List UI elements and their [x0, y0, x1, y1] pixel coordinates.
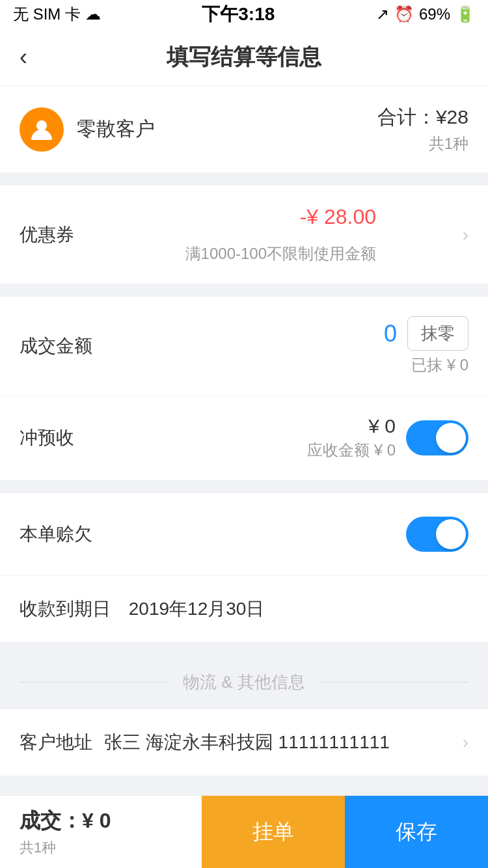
chevron-right-icon: ›	[463, 732, 468, 753]
due-date-value: 2019年12月30日	[129, 599, 265, 619]
status-bar: 无 SIM 卡 ☁ 下午3:18 ↗ ⏰ 69% 🔋	[0, 0, 488, 29]
customer-name: 零散客户	[77, 116, 155, 142]
address-section: 客户地址 张三 海淀永丰科技园 11111111111 ›	[0, 709, 488, 776]
bottom-count: 共1种	[20, 838, 182, 858]
address-label: 客户地址	[20, 730, 104, 755]
coupon-discount: -¥ 28.00	[300, 205, 376, 229]
battery-icon: 🔋	[455, 5, 475, 23]
coupon-label: 优惠券	[20, 223, 104, 247]
advance-label: 冲预收	[20, 426, 104, 450]
avatar	[20, 107, 64, 152]
debt-section: 本单赊欠 收款到期日 2019年12月30日	[0, 493, 488, 642]
hang-order-button[interactable]: 挂单	[202, 796, 345, 868]
location-icon: ↗	[376, 5, 389, 23]
customer-total: 合计：¥28	[377, 104, 468, 131]
status-left: 无 SIM 卡 ☁	[13, 4, 101, 25]
bottom-deal-label: 成交：	[20, 809, 82, 832]
nav-bar: ‹ 填写结算等信息	[0, 29, 488, 86]
customer-left: 零散客户	[20, 107, 155, 152]
due-date-row: 收款到期日 2019年12月30日	[0, 575, 488, 642]
bottom-bar: 成交：¥ 0 共1种 挂单 保存	[0, 795, 488, 868]
advance-col: ¥ 0 应收金额 ¥ 0	[307, 415, 396, 461]
debt-label: 本单赊欠	[20, 522, 92, 547]
bottom-deal-value: ¥ 0	[82, 809, 111, 832]
content-area: 零散客户 合计：¥28 共1种 优惠券 -¥ 28.00 满1000-100不限…	[0, 86, 488, 868]
bottom-info: 成交：¥ 0 共1种	[0, 796, 202, 868]
save-button[interactable]: 保存	[345, 796, 488, 868]
customer-section: 零散客户 合计：¥28 共1种	[0, 86, 488, 172]
sim-label: 无 SIM 卡 ☁	[13, 4, 101, 25]
alarm-icon: ⏰	[394, 5, 414, 23]
status-right: ↗ ⏰ 69% 🔋	[376, 5, 475, 23]
address-row[interactable]: 客户地址 张三 海淀永丰科技园 11111111111 ›	[0, 709, 488, 776]
transaction-label: 成交金额	[20, 334, 104, 359]
page-title: 填写结算等信息	[167, 42, 321, 72]
due-date-label: 收款到期日	[20, 599, 111, 619]
transaction-right: 抹零 已抹 ¥ 0	[105, 316, 468, 375]
transaction-amount-input[interactable]	[105, 320, 397, 347]
advance-amount: ¥ 0	[368, 415, 396, 437]
advance-right: ¥ 0 应收金额 ¥ 0	[307, 415, 468, 461]
coupon-row[interactable]: 优惠券 -¥ 28.00 满1000-100不限制使用金额 ›	[0, 185, 488, 284]
divider-label: 物流 & 其他信息	[183, 671, 305, 694]
toggle-knob	[436, 423, 466, 453]
transaction-values: 抹零	[105, 316, 468, 351]
debt-row: 本单赊欠	[0, 493, 488, 575]
chevron-right-icon: ›	[463, 224, 468, 245]
advance-sub: 应收金额 ¥ 0	[307, 440, 396, 461]
transaction-section: 成交金额 抹零 已抹 ¥ 0 冲预收 ¥ 0 应收金额 ¥ 0	[0, 297, 488, 480]
status-time: 下午3:18	[202, 2, 275, 27]
person-icon	[29, 116, 55, 142]
advance-row: 冲预收 ¥ 0 应收金额 ¥ 0	[0, 396, 488, 480]
divider-line: 物流 & 其他信息	[20, 671, 468, 694]
advance-toggle[interactable]	[406, 420, 468, 455]
divider-section: 物流 & 其他信息	[0, 655, 488, 709]
debt-toggle[interactable]	[406, 517, 468, 552]
coupon-section: 优惠券 -¥ 28.00 满1000-100不限制使用金额 ›	[0, 185, 488, 284]
transaction-sub: 已抹 ¥ 0	[411, 355, 468, 375]
transaction-row: 成交金额 抹零 已抹 ¥ 0	[0, 297, 488, 396]
round-zero-button[interactable]: 抹零	[407, 316, 468, 351]
battery-level: 69%	[419, 5, 450, 23]
address-value: 张三 海淀永丰科技园 11111111111	[104, 730, 457, 755]
coupon-sub: 满1000-100不限制使用金额	[185, 243, 376, 264]
back-button[interactable]: ‹	[20, 44, 27, 71]
debt-toggle-knob	[436, 519, 466, 549]
bottom-deal: 成交：¥ 0	[20, 807, 182, 835]
customer-right: 合计：¥28 共1种	[377, 104, 468, 154]
customer-count: 共1种	[377, 133, 468, 154]
svg-point-0	[36, 120, 47, 131]
coupon-right: -¥ 28.00 满1000-100不限制使用金额	[185, 205, 376, 264]
